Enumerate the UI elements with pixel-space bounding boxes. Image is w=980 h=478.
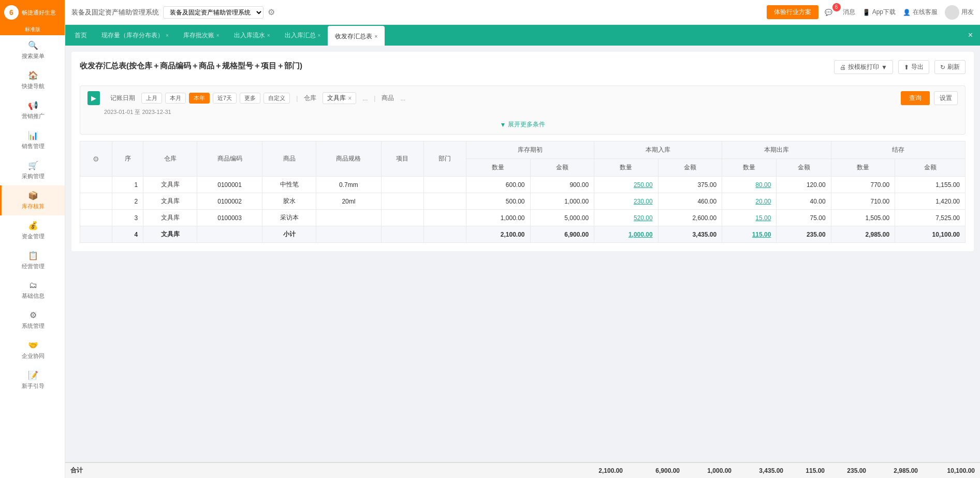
sidebar-item-enterprise[interactable]: 🤝企业协同 xyxy=(0,335,65,365)
sidebar-item-marketing[interactable]: 📢营销推广 xyxy=(0,95,65,125)
row-goods-spec: 0.7mm xyxy=(316,177,382,193)
query-button[interactable]: 查询 xyxy=(901,91,930,105)
filter-settings-button[interactable]: 设置 xyxy=(934,91,958,105)
row-closing-amt: 1,155.00 xyxy=(895,177,966,193)
subtotal-closing-qty: 2,985.00 xyxy=(831,226,895,243)
filter-arrow-button[interactable]: ▶ xyxy=(87,91,100,105)
sidebar-item-basic[interactable]: 🗂基础信息 xyxy=(0,276,65,305)
warehouse-more[interactable]: ... xyxy=(362,95,368,102)
subtotal-empty-spec xyxy=(316,226,382,243)
finance-icon: 💰 xyxy=(28,221,38,230)
close-all-tabs-button[interactable]: × xyxy=(963,31,978,40)
row-goods-name: 采访本 xyxy=(262,210,316,226)
sidebar-item-quick_nav[interactable]: 🏠快捷导航 xyxy=(0,65,65,95)
page-content: 收发存汇总表(按仓库＋商品编码＋商品＋规格型号＋项目＋部门) 🖨 按模板打印 ▼… xyxy=(65,46,980,462)
col-opening-qty-header: 数量 xyxy=(466,159,531,177)
subtotal-empty-proj xyxy=(381,226,423,243)
row-out-qty: 80.00 xyxy=(722,177,777,193)
guide-icon: 📝 xyxy=(28,370,38,380)
date-btn-本年[interactable]: 本年 xyxy=(189,93,210,104)
sidebar-item-label: 采购管理 xyxy=(22,172,45,180)
date-btn-更多[interactable]: 更多 xyxy=(240,93,260,104)
subtotal-opening-qty: 2,100.00 xyxy=(466,226,531,243)
sidebar-item-purchase[interactable]: 🛒采购管理 xyxy=(0,155,65,185)
date-btn-本月[interactable]: 本月 xyxy=(165,93,186,104)
warehouse-tag-close[interactable]: × xyxy=(348,95,352,102)
date-range-display: 2023-01-01 至 2023-12-31 xyxy=(104,108,171,116)
user-name: 用友 xyxy=(961,8,974,17)
refresh-button[interactable]: ↻ 刷新 xyxy=(934,60,966,74)
filter-bar: ▶ 记账日期 上月本月本年近7天更多自定义 | 仓库 文具库 × ... | 商… xyxy=(80,85,966,135)
row-closing-qty: 1,505.00 xyxy=(831,210,895,226)
system-select[interactable]: 装备及固定资产辅助管理系统 xyxy=(163,6,264,19)
tab-batch[interactable]: 库存批次账 × xyxy=(176,25,227,46)
tab-close-recv_summary[interactable]: × xyxy=(374,34,377,39)
system-icon: ⚙ xyxy=(30,310,37,320)
print-button[interactable]: 🖨 按模板打印 ▼ xyxy=(834,60,893,74)
row-warehouse: 文具库 xyxy=(143,210,197,226)
purchase-icon: 🛒 xyxy=(28,161,38,170)
tab-close-inventory_dist[interactable]: × xyxy=(166,33,169,38)
sidebar-item-inventory[interactable]: 📦库存核算 xyxy=(0,185,65,215)
col-closing-amt-header: 金额 xyxy=(895,159,966,177)
subtotal-settings-cell xyxy=(80,226,112,243)
col-in-amt-header: 金额 xyxy=(658,159,722,177)
row-goods-code: 0100002 xyxy=(197,193,262,210)
export-icon: ⬆ xyxy=(904,64,909,71)
sidebar-item-label: 基础信息 xyxy=(22,292,45,300)
goods-more[interactable]: ... xyxy=(400,95,405,102)
tab-inout_summary[interactable]: 出入库汇总 × xyxy=(277,25,328,46)
tab-recv_summary[interactable]: 收发存汇总表 × xyxy=(328,26,385,47)
col-goods-name-header: 商品 xyxy=(262,141,316,177)
sidebar-item-system[interactable]: ⚙系统管理 xyxy=(0,305,65,335)
app-download-button[interactable]: 📱 App下载 xyxy=(862,8,896,17)
tab-inventory_dist[interactable]: 现存量（库存分布表） × xyxy=(94,25,176,46)
expand-more-button[interactable]: ▼ 展开更多条件 xyxy=(87,120,958,129)
settings-icon[interactable]: ⚙ xyxy=(268,7,275,17)
topbar-title: 装备及固定资产辅助管理系统 装备及固定资产辅助管理系统 ⚙ xyxy=(71,6,760,19)
sidebar-logo: 6 畅捷通好生意 xyxy=(0,0,65,25)
row-department xyxy=(423,177,466,193)
tab-close-inout_flow[interactable]: × xyxy=(267,33,270,38)
col-opening-header: 库存期初 xyxy=(466,141,594,159)
inventory-icon: 📦 xyxy=(28,191,38,200)
row-closing-qty: 770.00 xyxy=(831,177,895,193)
sidebar-item-sales[interactable]: 📊销售管理 xyxy=(0,125,65,155)
export-button[interactable]: ⬆ 导出 xyxy=(898,60,929,74)
sidebar-item-guide[interactable]: 📝新手引导 xyxy=(0,365,65,395)
date-btn-自定义[interactable]: 自定义 xyxy=(264,93,290,104)
total-opening-amt: 6,900.00 xyxy=(633,467,680,474)
subtotal-out-qty: 115.00 xyxy=(722,226,777,243)
row-in-amt: 2,600.00 xyxy=(658,210,722,226)
row-in-qty: 250.00 xyxy=(594,177,659,193)
tab-close-batch[interactable]: × xyxy=(216,33,220,38)
row-opening-amt: 1,000.00 xyxy=(530,193,594,210)
tab-home[interactable]: 首页 xyxy=(67,25,94,46)
date-btn-上月[interactable]: 上月 xyxy=(141,93,162,104)
table-settings-icon[interactable]: ⚙ xyxy=(93,155,99,163)
message-button[interactable]: 💬 6 消息 xyxy=(825,8,855,17)
col-out-qty-header: 数量 xyxy=(722,159,777,177)
table-container: ⚙ 序 仓库 商品编码 商品 商品规格 项目 部门 库存期初 本期入库 本期出库… xyxy=(80,141,966,243)
date-btn-近7天[interactable]: 近7天 xyxy=(213,93,237,104)
table-row: 2 文具库 0100002 胶水 20ml 500.00 1,000.00 23… xyxy=(80,193,966,210)
row-settings-cell xyxy=(80,210,112,226)
date-filter-label: 记账日期 xyxy=(110,94,135,103)
sidebar-item-label: 营销推广 xyxy=(22,112,45,120)
col-closing-header: 结存 xyxy=(831,141,965,159)
sidebar-item-search[interactable]: 🔍搜索菜单 xyxy=(0,35,65,65)
sidebar-item-finance[interactable]: 💰资金管理 xyxy=(0,215,65,245)
online-service-button[interactable]: 👤 在线客服 xyxy=(903,8,938,17)
try-solution-button[interactable]: 体验行业方案 xyxy=(767,5,818,19)
row-closing-amt: 1,420.00 xyxy=(895,193,966,210)
total-in-amt: 3,435.00 xyxy=(742,467,783,474)
subtotal-label: 小计 xyxy=(262,226,316,243)
tab-inout_flow[interactable]: 出入库流水 × xyxy=(227,25,277,46)
col-in-header: 本期入库 xyxy=(594,141,722,159)
tab-close-inout_summary[interactable]: × xyxy=(318,33,321,38)
row-goods-name: 中性笔 xyxy=(262,177,316,193)
col-project-header: 项目 xyxy=(381,141,423,177)
sidebar-item-business[interactable]: 📋经营管理 xyxy=(0,245,65,276)
user-profile-button[interactable]: 用友 xyxy=(945,5,974,20)
row-warehouse: 文具库 xyxy=(143,177,197,193)
